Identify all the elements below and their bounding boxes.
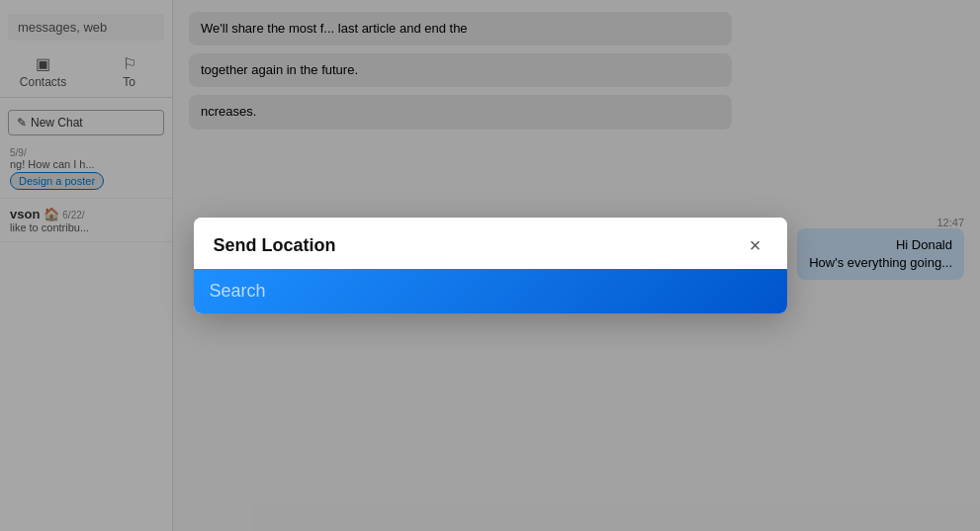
modal-overlay: Send Location × [0, 0, 980, 531]
modal-header: Send Location × [194, 218, 787, 269]
modal-close-button[interactable]: × [744, 233, 767, 257]
send-location-modal: Send Location × [194, 218, 787, 313]
map-search-input[interactable] [210, 281, 771, 302]
modal-title: Send Location [214, 235, 336, 256]
map-footer[interactable] [194, 269, 787, 313]
